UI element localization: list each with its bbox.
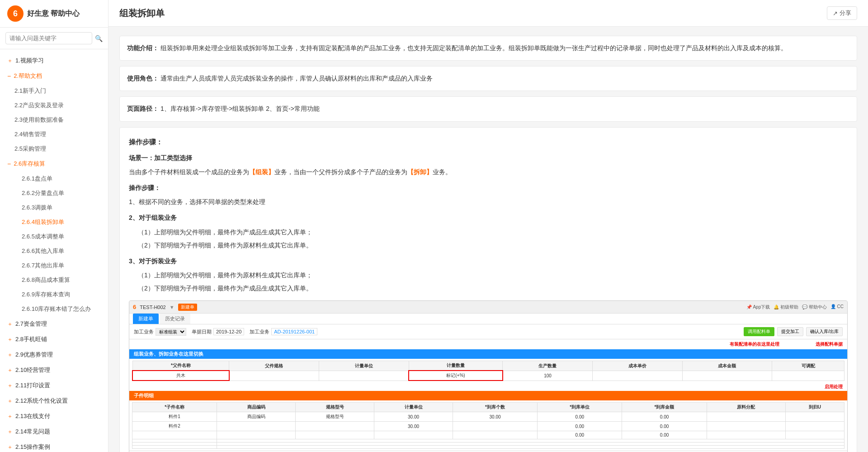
search-box: 🔍 [0, 28, 108, 49]
sidebar-item-data-prep[interactable]: 2.3使用前数据准备 [0, 113, 108, 127]
sidebar-sub-label: 2.6.2分量盘点单 [22, 189, 64, 197]
sidebar-sub-label: 2.6.9库存账本查询 [22, 290, 70, 299]
sub-cell-6-rest [217, 446, 844, 449]
step2-sub1: （1）上部明细为父件明细，最终作为产成品生成其它入库单； [129, 227, 848, 238]
sub-cell-4-1 [132, 439, 217, 442]
share-button[interactable]: ↗ 分享 [827, 6, 857, 20]
scene-desc: 当由多个子件材料组装成一个成品的业务为【组装】业务，当由一个父件拆分成多个子产品… [129, 167, 848, 178]
th-cost-amt: 成本金额 [682, 361, 772, 371]
nav-icon: ▼ [170, 305, 175, 310]
search-input[interactable] [5, 32, 92, 44]
sidebar-item-label: 1.视频学习 [15, 57, 44, 65]
step2-sub2: （2）下部明细为子件明细，最终作为原材料生成其它出库单。 [129, 240, 848, 251]
sidebar-item-purchase[interactable]: 2.5采购管理 [0, 142, 108, 156]
th-parent-name: *父件名称 [132, 361, 229, 371]
new-doc-btn[interactable]: 新建单 [178, 304, 197, 311]
sidebar-item-docs[interactable]: − 2.帮助文档 [0, 68, 108, 84]
sidebar-item-system[interactable]: ＋ 2.12系统个性化设置 [0, 393, 108, 409]
sidebar-item-finance[interactable]: ＋ 2.7资金管理 [0, 316, 108, 332]
sub-cell-2-8 [707, 422, 785, 431]
sub-th-amt: *到库金额 [622, 403, 707, 412]
sidebar-item-stock-check[interactable]: 2.6.9库存账本查询 [0, 287, 108, 302]
sidebar-sub-label: 2.3使用前数据准备 [14, 116, 64, 124]
cell-val: 共木 [176, 373, 185, 378]
sidebar-item-ops[interactable]: ＋ 2.10经营管理 [0, 362, 108, 378]
sub-cell-3-3 [296, 431, 374, 439]
app-titlebar-text: TEST-H002 [140, 305, 165, 310]
steps-sub-title: 操作步骤： [129, 182, 848, 194]
sidebar-item-label: 2.6库存核算 [14, 160, 45, 168]
sub-th-alloc: 原料分配 [707, 403, 785, 412]
sidebar-item-coupon[interactable]: ＋ 2.9优惠券管理 [0, 347, 108, 362]
sidebar-item-video[interactable]: ＋ 1.视频学习 [0, 53, 108, 68]
sidebar-item-label: 2.13在线支付 [15, 412, 50, 420]
sidebar-item-label: 2.14常见问题 [15, 428, 50, 436]
form-type-select[interactable]: 标准组装 组装 拆卸 [156, 328, 186, 336]
sidebar-item-newcomer[interactable]: 2.1新手入门 [0, 84, 108, 98]
sidebar-item-cases[interactable]: ＋ 2.15操作案例 [0, 439, 108, 452]
sidebar-item-faq[interactable]: ＋ 2.14常见问题 [0, 424, 108, 439]
sub-table-row-4 [132, 439, 844, 442]
intro-label: 功能介绍： [127, 44, 159, 52]
search-button[interactable]: 🔍 [95, 35, 103, 42]
sub-cell-1-6: 0.00 [538, 412, 622, 422]
sidebar-item-label: 2.7资金管理 [15, 320, 47, 328]
th-parent-spec: 父件规格 [229, 361, 319, 371]
app-title: 好生意 帮助中心 [27, 9, 80, 19]
sidebar-item-sales[interactable]: 2.4销售管理 [0, 127, 108, 142]
upper-section-header: 组装业务、拆卸业务在这里切换 [129, 349, 847, 359]
tab-new[interactable]: 新建单 [133, 314, 159, 324]
sidebar-item-adjust[interactable]: 2.6.3调拨单 [0, 200, 108, 215]
scene-title: 场景一：加工类型选择 [129, 152, 848, 164]
sidebar-item-other-out[interactable]: 2.6.7其他出库单 [0, 258, 108, 273]
sidebar-item-stock-count[interactable]: 2.6.1盘点单 [0, 171, 108, 186]
sub-cell-2-3 [296, 422, 374, 431]
role-block: 使用角色： 通常由生产人员或库管人员完成拆装业务的操作，库管人员确认原材料的出库… [119, 66, 857, 91]
sub-cell-1-5: 30.00 [453, 412, 537, 422]
step2-title: 2、对于组装业务 [129, 212, 848, 224]
sub-th-spec: 规格型号 [296, 403, 374, 412]
share-label: 分享 [840, 9, 851, 17]
sub-th-code: 商品编码 [217, 403, 296, 412]
expand-icon: ＋ [7, 382, 13, 390]
sidebar-item-label: 2.帮助文档 [14, 72, 42, 80]
cell-cost-amt [682, 371, 772, 381]
sub-table-row-1: 料件1 商品编码 规格型号 30.00 30.00 0.00 0.00 [132, 412, 844, 422]
sidebar-item-assembly[interactable]: 2.6.4组装拆卸单 [0, 215, 108, 229]
cell-spec [229, 371, 319, 381]
sidebar-item-install[interactable]: 2.2产品安装及登录 [0, 98, 108, 113]
sidebar-item-online-pay[interactable]: ＋ 2.13在线支付 [0, 409, 108, 424]
sub-cell-2-7: 0.00 [622, 422, 707, 431]
sub-cell-2-2 [217, 422, 296, 431]
sidebar-item-print[interactable]: ＋ 2.11打印设置 [0, 378, 108, 393]
sidebar-item-other-in[interactable]: 2.6.6其他入库单 [0, 244, 108, 258]
app-form-header: 加工业务 标准组装 组装 拆卸 单据日期 2019-12-20 加工业务 AD- [129, 324, 847, 339]
sidebar-item-account-err[interactable]: 2.6.10库存账本错了怎么办 [0, 302, 108, 316]
cell-val2: 标记(+%) [446, 373, 465, 378]
sidebar-sub-label: 2.6.6其他入库单 [22, 247, 64, 255]
step1-text: 1、根据不同的业务，选择不同单据的类型来处理 [129, 196, 848, 208]
approve-btn[interactable]: 确认入库/出库 [806, 327, 843, 336]
sub-th-name: *子件名称 [132, 403, 217, 412]
sidebar-item-mobile[interactable]: ＋ 2.8手机旺铺 [0, 332, 108, 347]
step3-sub2: （2）下部明细为子件明细，最终作为产成品生成其它入库单。 [129, 283, 848, 294]
step3-title: 3、对于拆装业务 [129, 256, 848, 267]
sub-cell-3-6: 0.00 [538, 431, 622, 439]
date-label: 单据日期 [192, 328, 212, 335]
bom-btn[interactable]: 调用配料单 [744, 327, 774, 336]
page-title: 组装拆卸单 [119, 7, 165, 19]
intro-block: 功能介绍： 组装拆卸单用来处理企业组装或拆卸等加工业务，支持有固定装配清单的产品… [119, 36, 857, 61]
sidebar-sub-label: 2.1新手入门 [14, 87, 46, 95]
sidebar-item-cost-recalc[interactable]: 2.6.8商品成本重算 [0, 273, 108, 287]
upper-table-area: *父件名称 父件规格 计量单位 计量数量 生产数量 成本单价 成本金额 可调配 [129, 359, 847, 383]
tab-history[interactable]: 历史记录 [160, 314, 190, 324]
process-btn[interactable]: 提交加工 [777, 327, 803, 336]
sidebar-item-cost-adj[interactable]: 2.6.5成本调整单 [0, 229, 108, 244]
sidebar-item-inventory[interactable]: − 2.6库存核算 [0, 156, 108, 171]
sub-cell-2-9 [785, 422, 844, 431]
lower-table: *子件名称 商品编码 规格型号 计量单位 *到库个数 *到库单位 *到库金额 原… [132, 402, 844, 449]
sidebar-item-sub-count[interactable]: 2.6.2分量盘点单 [0, 186, 108, 200]
sub-cell-1-9 [785, 412, 844, 422]
cell-cost-price [593, 371, 683, 381]
path-block: 页面路径： 1、库存核算->库存管理->组装拆卸单 2、首页->常用功能 [119, 96, 857, 121]
